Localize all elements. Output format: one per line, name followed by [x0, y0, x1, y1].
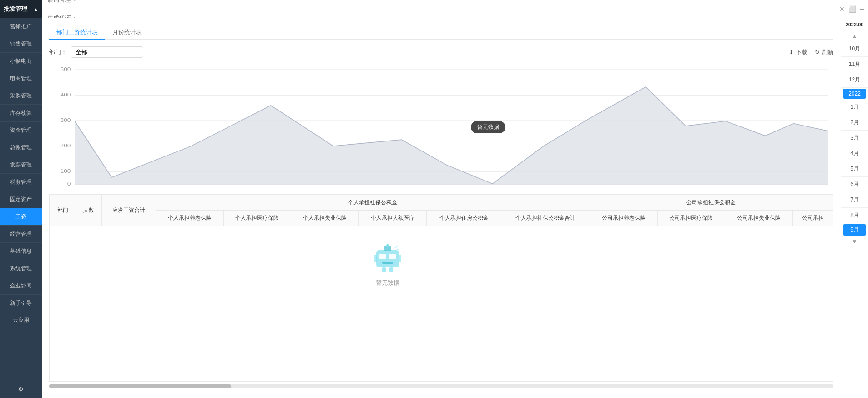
- scrollbar-area: [49, 382, 833, 391]
- data-table: 部门 人数 应发工资合计 个人承担社保公积金 公司承担社保公积金 个人承担养老保…: [50, 195, 833, 300]
- svg-rect-17: [374, 255, 377, 262]
- th-personal-unemploy: 个人承担失业保险: [291, 211, 359, 226]
- tab-dept-wage[interactable]: 部门工资统计表: [49, 25, 105, 40]
- sidebar-item-资金管理[interactable]: 资金管理: [0, 122, 42, 139]
- th-company-medical: 公司承担医疗保险: [657, 211, 725, 226]
- svg-rect-16: [382, 262, 393, 264]
- calendar-month-1月[interactable]: 1月: [841, 100, 868, 115]
- tab-month-stat[interactable]: 月份统计表: [105, 25, 149, 40]
- sidebar-item-总账管理[interactable]: 总账管理: [0, 139, 42, 156]
- calendar-nav-up[interactable]: ▲: [841, 31, 868, 41]
- chart-tooltip: 暂无数据: [471, 121, 505, 133]
- calendar-items: 10月11月12月20221月2月3月4月5月6月7月8月9月: [841, 41, 868, 237]
- table-wrapper[interactable]: 部门 人数 应发工资合计 个人承担社保公积金 公司承担社保公积金 个人承担养老保…: [49, 194, 833, 382]
- sidebar-toggle-icon[interactable]: ▲: [34, 7, 38, 12]
- calendar-nav-down[interactable]: ▼: [841, 237, 868, 247]
- sidebar-item-新手引导[interactable]: 新手引导: [0, 295, 42, 312]
- svg-text:400: 400: [61, 91, 71, 98]
- svg-text:500: 500: [61, 66, 71, 72]
- th-total-wage: 应发工资合计: [102, 195, 156, 226]
- main-content: 首页门店商品目录×销售单×店铺管理×生成凭证×应收应付调整单×工资表×工资统计报…: [42, 0, 868, 398]
- tab-店铺管理[interactable]: 店铺管理×: [42, 0, 100, 9]
- calendar-month-6月[interactable]: 6月: [841, 177, 868, 192]
- calendar-month-2022[interactable]: 2022: [843, 89, 866, 99]
- th-personal-pension: 个人承担养老保险: [156, 211, 223, 226]
- svg-rect-19: [382, 267, 386, 272]
- sidebar-item-固定资产[interactable]: 固定资产: [0, 191, 42, 208]
- sidebar-item-采购管理[interactable]: 采购管理: [0, 87, 42, 105]
- empty-robot-icon: [369, 239, 406, 275]
- dept-label: 部门：: [49, 48, 67, 56]
- svg-point-22: [386, 244, 389, 247]
- calendar-month-9月[interactable]: 9月: [843, 224, 866, 236]
- toolbar: 部门： 全部 ⬇ 下载 ↻ 刷新: [49, 46, 833, 58]
- page-content: 部门工资统计表 月份统计表 部门： 全部 ⬇ 下载 ↻: [42, 18, 868, 398]
- chart-area: 500 400 300 200 100 0: [49, 62, 833, 190]
- tab-bar: 首页门店商品目录×销售单×店铺管理×生成凭证×应收应付调整单×工资表×工资统计报…: [42, 0, 868, 18]
- minimize-window-icon[interactable]: ─: [860, 5, 864, 13]
- th-dept: 部门: [50, 195, 76, 226]
- svg-text:300: 300: [61, 117, 71, 123]
- sidebar-item-库存核算[interactable]: 库存核算: [0, 105, 42, 122]
- table-scrollbar[interactable]: [49, 384, 833, 388]
- svg-rect-15: [389, 254, 396, 259]
- sidebar-item-云应用[interactable]: 云应用: [0, 312, 42, 329]
- no-data-cell: 暂无数据: [50, 226, 725, 300]
- refresh-button[interactable]: ↻ 刷新: [815, 48, 833, 56]
- sidebar-item-税务管理[interactable]: 税务管理: [0, 174, 42, 191]
- svg-rect-20: [389, 267, 393, 272]
- svg-line-23: [395, 246, 398, 248]
- empty-label: 暂无数据: [376, 279, 399, 287]
- refresh-icon: ↻: [815, 49, 820, 55]
- sidebar-item-电商管理[interactable]: 电商管理: [0, 70, 42, 87]
- tab-close-icon[interactable]: ×: [74, 0, 76, 3]
- chart-svg: 500 400 300 200 100 0: [49, 62, 833, 190]
- th-count: 人数: [76, 195, 102, 226]
- sidebar-items: 营销推广销售管理小畅电商电商管理采购管理库存核算资金管理总账管理发票管理税务管理…: [0, 18, 42, 329]
- sidebar-item-企业协同[interactable]: 企业协同: [0, 277, 42, 295]
- sidebar-title: 批发管理: [4, 5, 27, 13]
- svg-line-24: [397, 249, 399, 250]
- sidebar-item-基础信息[interactable]: 基础信息: [0, 243, 42, 260]
- close-window-icon[interactable]: ✕: [839, 5, 845, 13]
- svg-rect-14: [379, 254, 386, 259]
- toolbar-right: ⬇ 下载 ↻ 刷新: [789, 48, 833, 56]
- restore-window-icon[interactable]: ⬜: [848, 5, 856, 13]
- sidebar-item-发票管理[interactable]: 发票管理: [0, 156, 42, 174]
- content-area: 部门工资统计表 月份统计表 部门： 全部 ⬇ 下载 ↻: [42, 18, 841, 398]
- calendar-month-7月[interactable]: 7月: [841, 192, 868, 208]
- svg-text:0: 0: [67, 181, 71, 187]
- th-company-social: 公司承担社保公积金: [590, 195, 833, 211]
- empty-state: 暂无数据: [55, 230, 720, 296]
- tab-生成凭证[interactable]: 生成凭证×: [42, 9, 100, 19]
- sidebar-item-经营管理[interactable]: 经营管理: [0, 226, 42, 243]
- calendar-panel: 2022.09 ▲ 10月11月12月20221月2月3月4月5月6月7月8月9…: [841, 18, 868, 398]
- calendar-month-5月[interactable]: 5月: [841, 161, 868, 177]
- calendar-month-3月[interactable]: 3月: [841, 131, 868, 146]
- calendar-month-4月[interactable]: 4月: [841, 146, 868, 161]
- calendar-month-8月[interactable]: 8月: [841, 208, 868, 223]
- calendar-month-11月[interactable]: 11月: [841, 57, 868, 72]
- calendar-month-2月[interactable]: 2月: [841, 115, 868, 131]
- sidebar-item-小畅电商[interactable]: 小畅电商: [0, 53, 42, 70]
- sidebar-item-营销推广[interactable]: 营销推广: [0, 18, 42, 35]
- sidebar-item-工资[interactable]: 工资: [0, 208, 42, 226]
- download-button[interactable]: ⬇ 下载: [789, 48, 807, 56]
- sidebar-item-销售管理[interactable]: 销售管理: [0, 35, 42, 53]
- th-personal-major-med: 个人承担大额医疗: [359, 211, 427, 226]
- th-personal-medical: 个人承担医疗保险: [223, 211, 291, 226]
- sidebar-item-系统管理[interactable]: 系统管理: [0, 260, 42, 277]
- calendar-month-10月[interactable]: 10月: [841, 41, 868, 57]
- svg-text:200: 200: [61, 142, 71, 149]
- svg-marker-12: [75, 87, 828, 185]
- calendar-month-12月[interactable]: 12月: [841, 72, 868, 88]
- scrollbar-thumb[interactable]: [49, 384, 231, 388]
- th-company-pension: 公司承担养老保险: [590, 211, 657, 226]
- settings-icon[interactable]: ⚙: [0, 380, 42, 398]
- download-icon: ⬇: [789, 49, 794, 55]
- svg-rect-18: [399, 255, 401, 262]
- sidebar: 批发管理 ▲ 营销推广销售管理小畅电商电商管理采购管理库存核算资金管理总账管理发…: [0, 0, 42, 398]
- dept-select[interactable]: 全部: [71, 46, 143, 58]
- calendar-header: 2022.09: [841, 18, 868, 31]
- sidebar-header[interactable]: 批发管理 ▲: [0, 0, 42, 18]
